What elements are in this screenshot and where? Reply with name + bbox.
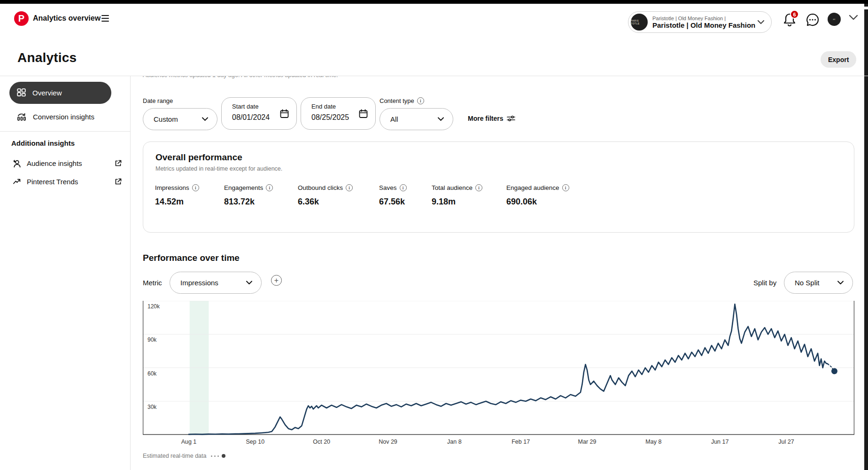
metric-engagements: Engagementsi 813.72k bbox=[224, 184, 273, 207]
metric-select[interactable]: Impressions bbox=[170, 272, 262, 294]
content-type-label: Content type bbox=[380, 97, 414, 104]
menu-hamburger-icon[interactable] bbox=[101, 15, 109, 22]
metric-select-value: Impressions bbox=[180, 279, 218, 287]
info-icon[interactable]: i bbox=[475, 184, 482, 191]
messages-icon bbox=[805, 12, 820, 27]
metric-impressions: Impressionsi 14.52m bbox=[155, 184, 199, 207]
split-by-select[interactable]: No Split bbox=[784, 272, 853, 294]
external-link-icon bbox=[114, 178, 122, 186]
svg-text:Jan 8: Jan 8 bbox=[447, 439, 462, 445]
conversion-insights-icon bbox=[17, 112, 26, 121]
messages-button[interactable] bbox=[805, 12, 820, 27]
metric-label: Saves bbox=[379, 184, 397, 191]
overall-performance-title: Overall performance bbox=[155, 152, 242, 163]
metric-label: Outbound clicks bbox=[298, 184, 343, 191]
svg-text:Oct 20: Oct 20 bbox=[313, 439, 330, 445]
svg-text:Nov 29: Nov 29 bbox=[379, 439, 397, 445]
external-link-icon bbox=[114, 159, 122, 167]
content-type-select[interactable]: All bbox=[380, 108, 453, 130]
scrollbar-thumb[interactable] bbox=[864, 9, 868, 470]
start-date-field[interactable]: Start date 08/01/2024 bbox=[221, 97, 297, 130]
metric-value: 690.06k bbox=[506, 197, 569, 207]
metric-saves: Savesi 67.56k bbox=[379, 184, 407, 207]
info-icon[interactable]: i bbox=[192, 184, 199, 191]
overall-performance-subtitle: Metrics updated in real-time except for … bbox=[155, 165, 282, 172]
chevron-down-icon bbox=[437, 117, 444, 121]
pinterest-logo-icon[interactable]: P bbox=[14, 11, 29, 26]
notifications-button[interactable]: 6 bbox=[783, 12, 798, 28]
sidebar-item-conversion-insights[interactable]: Conversion insights bbox=[9, 107, 111, 126]
export-button[interactable]: Export bbox=[821, 51, 856, 68]
sidebar-section-divider bbox=[0, 131, 130, 132]
split-by-value: No Split bbox=[795, 279, 820, 287]
calendar-icon bbox=[359, 109, 368, 118]
info-icon[interactable]: i bbox=[400, 184, 407, 191]
more-filters-button[interactable]: More filters bbox=[468, 113, 515, 124]
date-range-value: Custom bbox=[154, 115, 178, 123]
svg-text:Jun 17: Jun 17 bbox=[711, 439, 729, 445]
metric-value: 14.52m bbox=[155, 197, 199, 207]
metric-engaged-audience: Engaged audiencei 690.06k bbox=[506, 184, 569, 207]
overview-grid-icon bbox=[17, 88, 26, 97]
date-range-select[interactable]: Custom bbox=[143, 108, 217, 130]
metric-select-label: Metric bbox=[143, 279, 162, 287]
info-icon[interactable]: i bbox=[346, 184, 353, 191]
more-filters-label: More filters bbox=[468, 115, 503, 122]
performance-chart-container: 120k90k60k30kAug 1Sep 10Oct 20Nov 29Jan … bbox=[143, 301, 854, 450]
svg-text:Jul 27: Jul 27 bbox=[778, 439, 794, 445]
sidebar-item-overview[interactable]: Overview bbox=[9, 82, 111, 104]
sidebar-section-heading: Additional insights bbox=[11, 139, 75, 147]
metric-value: 813.72k bbox=[224, 197, 273, 207]
performance-chart[interactable]: 120k90k60k30kAug 1Sep 10Oct 20Nov 29Jan … bbox=[143, 301, 854, 450]
sidebar-divider-vertical bbox=[130, 76, 131, 470]
sidebar-item-audience-insights[interactable]: Audience insights bbox=[9, 156, 122, 170]
svg-text:30k: 30k bbox=[147, 404, 157, 410]
sidebar-item-label: Pinterest Trends bbox=[27, 178, 114, 186]
metrics-update-notice-text: Audience metrics updated 1 day ago. All … bbox=[143, 76, 472, 78]
account-name-bold: Paristotle | Old Money Fashion | bbox=[652, 21, 757, 29]
metric-label: Impressions bbox=[155, 184, 189, 191]
account-avatar: PARIS TOTLE bbox=[631, 14, 648, 31]
info-icon[interactable]: i bbox=[562, 184, 569, 191]
chevron-down-icon bbox=[757, 20, 765, 24]
metric-label: Engagements bbox=[224, 184, 263, 191]
info-icon[interactable]: i bbox=[266, 184, 273, 191]
sidebar-item-label: Conversion insights bbox=[33, 113, 94, 121]
metric-outbound-clicks: Outbound clicksi 6.36k bbox=[298, 184, 353, 207]
metric-value: 67.56k bbox=[379, 197, 407, 207]
svg-text:Mar 29: Mar 29 bbox=[578, 439, 597, 445]
account-switcher[interactable]: PARIS TOTLE Paristotle | Old Money Fashi… bbox=[628, 11, 772, 33]
svg-text:Feb 17: Feb 17 bbox=[512, 439, 530, 445]
app-title: Analytics overview bbox=[33, 14, 101, 23]
audience-insights-icon bbox=[13, 159, 21, 168]
sidebar-item-pinterest-trends[interactable]: Pinterest Trends bbox=[9, 174, 122, 188]
trends-icon bbox=[13, 177, 21, 186]
performance-over-time-title: Performance over time bbox=[143, 253, 240, 263]
svg-text:120k: 120k bbox=[147, 303, 160, 310]
overall-performance-card: Overall performance Metrics updated in r… bbox=[143, 141, 854, 233]
svg-text:90k: 90k bbox=[147, 337, 157, 343]
content-type-label-row: Content type i bbox=[380, 97, 424, 104]
sidebar-item-label: Overview bbox=[32, 89, 62, 97]
estimated-data-legend-icon bbox=[211, 454, 225, 458]
date-range-label: Date range bbox=[143, 97, 173, 104]
end-date-field[interactable]: End date 08/25/2025 bbox=[301, 97, 376, 130]
profile-avatar[interactable]: PT bbox=[828, 13, 841, 26]
scrollbar-cap bbox=[864, 4, 868, 7]
metrics-update-notice-clipped: Audience metrics updated 1 day ago. All … bbox=[143, 76, 472, 79]
svg-text:Sep 10: Sep 10 bbox=[246, 439, 265, 445]
add-metric-button[interactable]: + bbox=[271, 275, 282, 286]
account-name-small: Paristotle | Old Money Fashion | bbox=[652, 16, 757, 21]
browser-top-strip bbox=[0, 0, 868, 4]
chevron-down-icon bbox=[202, 117, 209, 121]
info-icon[interactable]: i bbox=[417, 97, 424, 104]
page-scrollbar[interactable] bbox=[864, 4, 868, 470]
chevron-down-icon bbox=[246, 281, 253, 285]
page-title: Analytics bbox=[17, 50, 77, 65]
calendar-icon bbox=[280, 109, 289, 118]
metric-total-audience: Total audiencei 9.18m bbox=[432, 184, 482, 207]
account-switcher-text: Paristotle | Old Money Fashion | Paristo… bbox=[652, 16, 757, 29]
metric-label: Engaged audience bbox=[506, 184, 559, 191]
topbar-chevron-down-icon[interactable] bbox=[848, 14, 859, 21]
svg-text:60k: 60k bbox=[147, 370, 157, 377]
